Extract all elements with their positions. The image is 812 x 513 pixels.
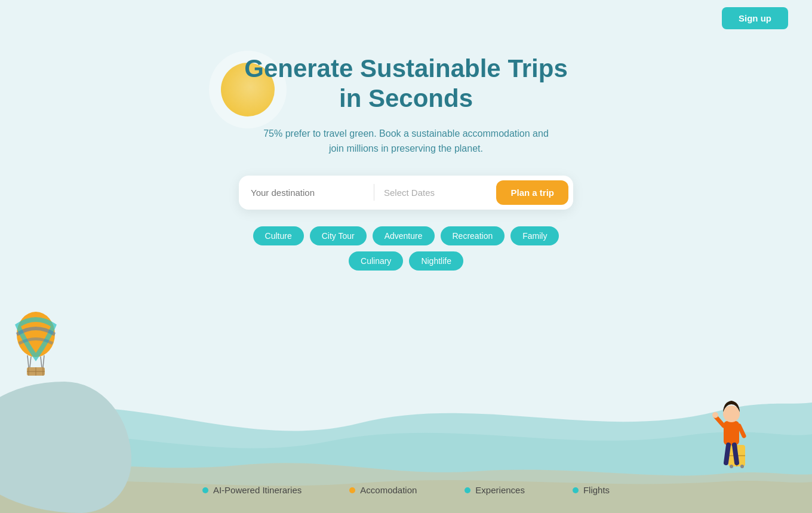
svg-line-20 (726, 445, 728, 463)
tag-family[interactable]: Family (510, 226, 559, 245)
destination-input[interactable] (251, 188, 364, 198)
svg-line-2 (43, 355, 44, 367)
tag-city-tour[interactable]: City Tour (310, 226, 367, 245)
svg-line-3 (30, 357, 31, 367)
tags-row-1: CultureCity TourAdventureRecreationFamil… (253, 226, 559, 245)
footer-item: AI-Powered Itineraries (202, 485, 302, 495)
footer-item: Flights (573, 485, 610, 495)
dates-selector[interactable]: Select Dates (384, 188, 496, 198)
svg-point-22 (723, 406, 740, 422)
svg-point-15 (740, 465, 744, 468)
footer-strip: AI-Powered ItinerariesAccomodationExperi… (0, 485, 812, 495)
hero-title: Generate Sustainable Trips in Seconds (244, 54, 568, 114)
search-bar: Select Dates Plan a trip (239, 176, 573, 210)
svg-rect-17 (724, 421, 739, 445)
footer-item: Accomodation (349, 485, 417, 495)
signup-button[interactable]: Sign up (722, 7, 788, 29)
tags-row-2: CulinaryNightlife (349, 251, 463, 271)
plan-trip-button[interactable]: Plan a trip (496, 180, 568, 205)
tag-adventure[interactable]: Adventure (373, 226, 435, 245)
tag-culture[interactable]: Culture (253, 226, 304, 245)
footer-dot (573, 487, 579, 493)
footer-item-label: Flights (583, 485, 610, 495)
footer-item-label: Accomodation (360, 485, 417, 495)
svg-line-21 (734, 445, 737, 463)
tag-recreation[interactable]: Recreation (441, 226, 505, 245)
navbar: Sign up (0, 0, 812, 36)
tag-nightlife[interactable]: Nightlife (409, 251, 463, 271)
footer-dot (465, 487, 470, 493)
footer-dot (202, 487, 208, 493)
svg-point-23 (712, 412, 718, 418)
tag-culinary[interactable]: Culinary (349, 251, 403, 271)
search-divider (374, 184, 374, 201)
svg-point-14 (730, 465, 733, 468)
svg-line-4 (41, 357, 42, 367)
traveler-figure (710, 379, 752, 477)
hero-subtitle: 75% prefer to travel green. Book a susta… (263, 126, 549, 156)
footer-item-label: AI-Powered Itineraries (213, 485, 302, 495)
svg-line-19 (739, 426, 744, 436)
footer-item-label: Experiences (475, 485, 525, 495)
footer-dot (349, 487, 355, 493)
hot-air-balloon (12, 308, 60, 382)
svg-line-1 (27, 355, 29, 367)
hero-section: Generate Sustainable Trips in Seconds 75… (0, 36, 812, 271)
footer-item: Experiences (465, 485, 525, 495)
